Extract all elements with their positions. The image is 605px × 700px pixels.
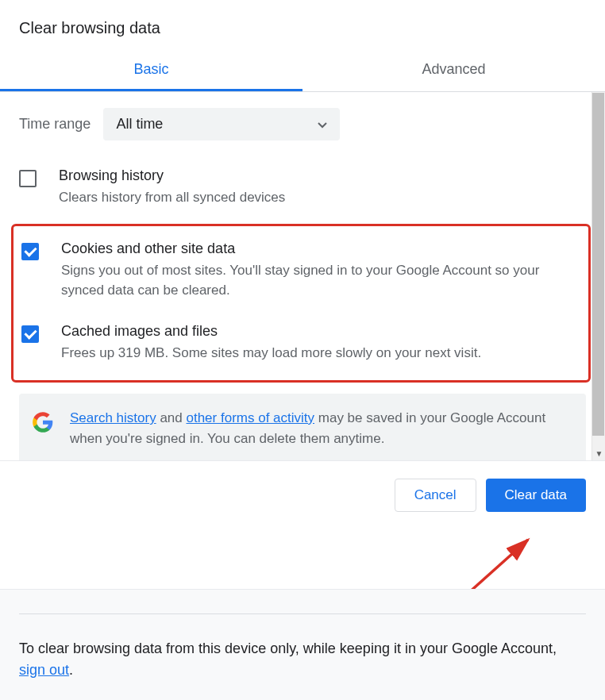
google-info-card: Search history and other forms of activi… <box>19 394 586 461</box>
checkbox-cached[interactable] <box>21 325 39 343</box>
dialog-title: Clear browsing data <box>0 0 605 50</box>
time-range-row: Time range All time <box>19 92 586 156</box>
footer-prefix: To clear browsing data from this device … <box>19 640 557 656</box>
option-desc: Frees up 319 MB. Some sites may load mor… <box>61 343 584 363</box>
clear-data-button[interactable]: Clear data <box>486 479 586 512</box>
option-desc: Clears history from all synced devices <box>59 187 586 208</box>
scrollbar-down-icon[interactable]: ▼ <box>592 447 605 460</box>
time-range-label: Time range <box>19 116 91 133</box>
option-desc: Signs you out of most sites. You'll stay… <box>61 260 584 301</box>
footer: To clear browsing data from this device … <box>0 589 605 700</box>
chevron-down-icon <box>318 117 327 132</box>
sign-out-link[interactable]: sign out <box>19 662 69 678</box>
option-title: Cached images and files <box>61 323 584 340</box>
tabs: Basic Advanced <box>0 50 605 92</box>
info-sep: and <box>156 410 187 425</box>
scrollbar[interactable]: ▼ <box>592 92 605 460</box>
info-text: Search history and other forms of activi… <box>70 408 573 448</box>
link-search-history[interactable]: Search history <box>70 410 156 425</box>
link-other-activity[interactable]: other forms of activity <box>186 410 314 425</box>
option-title: Browsing history <box>59 167 586 184</box>
footer-period: . <box>69 662 73 678</box>
scrollbar-thumb[interactable] <box>592 93 604 436</box>
divider <box>19 613 586 614</box>
time-range-value: All time <box>116 116 318 133</box>
footer-text: To clear browsing data from this device … <box>19 638 586 681</box>
scroll-area: Time range All time Browsing history Cle… <box>0 92 605 461</box>
button-row: Cancel Clear data <box>0 461 605 529</box>
checkbox-cookies[interactable] <box>21 243 39 260</box>
tab-advanced[interactable]: Advanced <box>302 50 605 91</box>
tab-basic[interactable]: Basic <box>0 50 302 91</box>
checkbox-browsing-history[interactable] <box>19 170 37 187</box>
option-title: Cookies and other site data <box>61 240 584 257</box>
option-cached: Cached images and files Frees up 319 MB.… <box>18 312 584 375</box>
cancel-button[interactable]: Cancel <box>395 479 476 512</box>
option-cookies: Cookies and other site data Signs you ou… <box>18 229 584 312</box>
highlight-annotation: Cookies and other site data Signs you ou… <box>11 224 591 383</box>
google-icon <box>32 411 54 433</box>
time-range-select[interactable]: All time <box>103 108 340 140</box>
option-browsing-history: Browsing history Clears history from all… <box>19 156 586 219</box>
